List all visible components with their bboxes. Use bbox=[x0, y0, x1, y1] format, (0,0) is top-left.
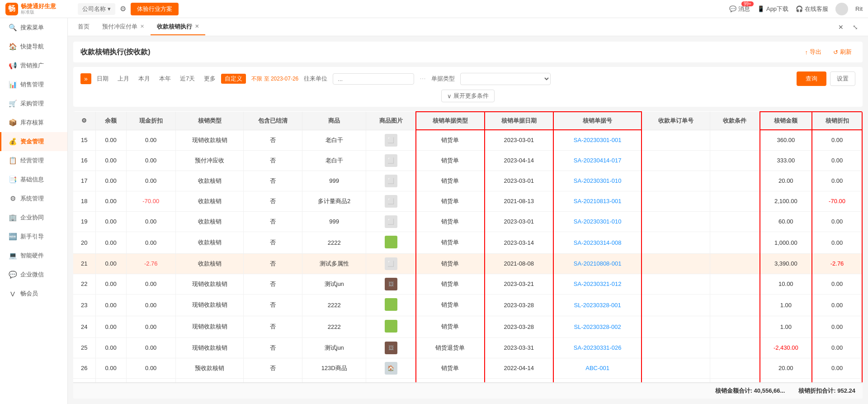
date-opt-custom[interactable]: 自定义 bbox=[221, 74, 246, 84]
sidebar-item-marketing[interactable]: 📢 营销推广 bbox=[0, 56, 67, 75]
sidebar-label-sales: 销售管理 bbox=[20, 81, 44, 89]
td-verify-amount: 10.00 bbox=[760, 274, 812, 294]
table-scroll[interactable]: ⚙ 余额 现金折扣 核销类型 包含已结清 商品 商品图片 核销单据类型 核销单据… bbox=[73, 111, 863, 382]
bill-no-link[interactable]: SA-20230301-010 bbox=[574, 218, 622, 225]
sidebar-item-hardware[interactable]: 💻 智能硬件 bbox=[0, 246, 67, 265]
date-opt-more[interactable]: 更多 bbox=[200, 74, 219, 84]
td-verify-type: 收款核销 bbox=[175, 211, 243, 232]
td-verify-bill-no[interactable]: SL-20230328-002 bbox=[553, 316, 642, 337]
sidebar-label-hardware: 智能硬件 bbox=[20, 252, 44, 260]
td-verify-date: 2023-03-28 bbox=[485, 316, 553, 337]
expand-more-button[interactable]: ∨ 展开更多条件 bbox=[441, 90, 495, 102]
bill-no-link[interactable]: SA-20230414-017 bbox=[574, 157, 622, 164]
date-opt-this-year[interactable]: 本年 bbox=[156, 74, 175, 84]
td-verify-bill-no[interactable]: SA-20230331-026 bbox=[553, 337, 642, 358]
gear-icon[interactable]: ⚙ bbox=[120, 5, 126, 13]
td-verify-bill-type: 销货单 bbox=[416, 171, 485, 191]
td-verify-bill-no[interactable]: SA-20230314-008 bbox=[553, 232, 642, 253]
bill-no-link[interactable]: SA-20230301-001 bbox=[574, 137, 622, 143]
tab-prepay-close[interactable]: ✕ bbox=[140, 24, 144, 29]
sidebar-label-operations: 经营管理 bbox=[20, 157, 44, 165]
bill-no-link[interactable]: SA-20230314-008 bbox=[574, 239, 622, 246]
td-cash-discount: 0.00 bbox=[126, 378, 175, 382]
td-id: 21 bbox=[73, 253, 95, 274]
filter-toggle-button[interactable]: » bbox=[80, 73, 91, 84]
td-include-settled: 否 bbox=[244, 232, 302, 253]
sidebar-item-sales[interactable]: 📊 销售管理 bbox=[0, 75, 67, 94]
table-row: 20 0.00 0.00 收款核销 否 2222 销货单 2023-03-14 … bbox=[73, 232, 862, 253]
date-opt-this-month[interactable]: 本月 bbox=[135, 74, 154, 84]
sidebar-label-guide: 新手引导 bbox=[20, 233, 44, 241]
tab-home[interactable]: 首页 bbox=[71, 19, 96, 35]
bill-no-link[interactable]: SL-20230328-002 bbox=[574, 323, 621, 330]
expand-row: ∨ 展开更多条件 bbox=[80, 90, 855, 102]
th-verify-bill-no: 核销单据号 bbox=[553, 112, 642, 130]
td-verify-amount: 100.00 bbox=[760, 378, 812, 382]
bill-no-link[interactable]: SA-20230321-012 bbox=[574, 280, 622, 287]
avatar[interactable] bbox=[835, 3, 848, 15]
sidebar-item-inventory[interactable]: 📦 库存核算 bbox=[0, 113, 67, 132]
th-include-settled: 包含已结清 bbox=[244, 112, 302, 130]
table-body: 15 0.00 0.00 现销收款核销 否 老白干 ⬜ 销货单 2023-03-… bbox=[73, 130, 862, 382]
tab-prepay[interactable]: 预付冲应付单 ✕ bbox=[96, 19, 151, 35]
sidebar-item-wechat[interactable]: 💬 企业微信 bbox=[0, 265, 67, 284]
td-verify-type: 收款核销 bbox=[175, 253, 243, 274]
tab-close-btn[interactable]: ✕ bbox=[835, 22, 846, 33]
tab-collection-close[interactable]: ✕ bbox=[195, 24, 199, 29]
bill-no-link[interactable]: SA-20210808-001 bbox=[574, 260, 622, 267]
system-icon: ⚙ bbox=[9, 195, 17, 203]
tab-collection[interactable]: 收款核销执行 ✕ bbox=[151, 19, 205, 35]
bill-no-link[interactable]: SA-20230301-010 bbox=[574, 177, 622, 184]
refresh-button[interactable]: ↺ 刷新 bbox=[830, 46, 855, 58]
separator: ··· bbox=[420, 75, 425, 83]
td-verify-bill-no[interactable]: SA-20230301-010 bbox=[553, 171, 642, 191]
bill-no-link[interactable]: SA-20230331-026 bbox=[574, 344, 622, 351]
bill-no-link[interactable]: SL-20230328-001 bbox=[574, 302, 621, 309]
td-verify-discount: 0.00 bbox=[812, 171, 862, 191]
sidebar-item-finance[interactable]: 💰 资金管理 bbox=[0, 132, 67, 151]
td-verify-bill-no[interactable]: SL-20230408-001 bbox=[553, 378, 642, 382]
solution-button[interactable]: 体验行业方案 bbox=[131, 3, 179, 15]
td-verify-bill-no[interactable]: SA-20230301-001 bbox=[553, 130, 642, 150]
sidebar-item-guide[interactable]: 🆕 新手引导 bbox=[0, 227, 67, 246]
td-verify-bill-no[interactable]: ABC-001 bbox=[553, 358, 642, 378]
home-icon: 🏠 bbox=[9, 43, 17, 51]
app-download-button[interactable]: 📱 App下载 bbox=[757, 5, 788, 13]
td-verify-bill-no[interactable]: SA-20230414-017 bbox=[553, 150, 642, 171]
sidebar-item-system[interactable]: ⚙ 系统管理 bbox=[0, 189, 67, 208]
sidebar-item-member[interactable]: V 畅会员 bbox=[0, 284, 67, 303]
sidebar-item-search[interactable]: 🔍 搜索菜单 bbox=[0, 18, 67, 37]
td-verify-bill-no[interactable]: SA-20210808-001 bbox=[553, 253, 642, 274]
tab-expand-btn[interactable]: ⤡ bbox=[850, 22, 861, 33]
bill-type-select[interactable] bbox=[460, 73, 551, 85]
td-verify-bill-no[interactable]: SA-20210813-001 bbox=[553, 191, 642, 211]
td-include-settled: 否 bbox=[244, 358, 302, 378]
td-goods: 2222 bbox=[302, 316, 366, 337]
message-button[interactable]: 💬 消息 99+ bbox=[729, 5, 750, 13]
setting-button[interactable]: 设置 bbox=[830, 71, 855, 86]
company-selector[interactable]: 公司名称 ▾ bbox=[78, 3, 115, 15]
td-verify-bill-no[interactable]: SA-20230301-010 bbox=[553, 211, 642, 232]
td-verify-discount: 0.00 bbox=[812, 316, 862, 337]
query-button[interactable]: 查询 bbox=[797, 71, 826, 86]
th-receipt-order-no: 收款单订单号 bbox=[642, 112, 710, 130]
online-service-button[interactable]: 🎧 在线客服 bbox=[796, 5, 828, 13]
sidebar-item-basic[interactable]: 📑 基础信息 bbox=[0, 170, 67, 189]
td-verify-date: 2023-03-31 bbox=[485, 337, 553, 358]
sidebar-item-operations[interactable]: 📋 经营管理 bbox=[0, 151, 67, 170]
td-verify-bill-no[interactable]: SA-20230321-012 bbox=[553, 274, 642, 294]
date-opt-last-month[interactable]: 上月 bbox=[114, 74, 133, 84]
td-verify-bill-no[interactable]: SL-20230328-001 bbox=[553, 294, 642, 316]
sidebar-item-quicknav[interactable]: 🏠 快捷导航 bbox=[0, 37, 67, 56]
total-verify-discount: 核销折扣合计: 952.24 bbox=[798, 387, 855, 395]
sidebar-item-purchase[interactable]: 🛒 采购管理 bbox=[0, 94, 67, 113]
sidebar-label-purchase: 采购管理 bbox=[20, 100, 44, 108]
export-button[interactable]: ↑ 导出 bbox=[802, 46, 826, 58]
bill-no-link[interactable]: SA-20210813-001 bbox=[574, 198, 622, 204]
counterpart-input[interactable] bbox=[333, 73, 414, 85]
sidebar-item-corp[interactable]: 🏢 企业协同 bbox=[0, 208, 67, 227]
bill-no-link[interactable]: ABC-001 bbox=[585, 365, 609, 371]
td-receipt-condition bbox=[710, 316, 760, 337]
date-opt-7days[interactable]: 近7天 bbox=[176, 74, 198, 84]
td-receipt-condition bbox=[710, 171, 760, 191]
